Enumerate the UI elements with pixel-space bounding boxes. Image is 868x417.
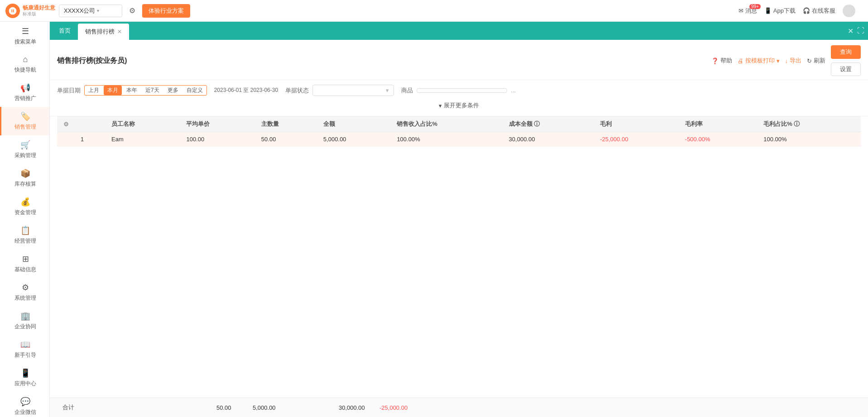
sidebar-label-wechat: 企业微信 — [14, 408, 36, 416]
data-table: ⚙ 员工名称 平均单价 主数量 全额 销售收入占比% 成本全额 ⓘ 毛利 毛利率… — [57, 116, 861, 147]
company-selector[interactable]: XXXXX公司 ▾ — [59, 5, 122, 17]
sidebar-item-search[interactable]: ☰ 搜索菜单 — [0, 22, 49, 50]
sidebar-label-marketing: 营销推广 — [14, 95, 36, 102]
sidebar-item-basic[interactable]: ⊞ 基础信息 — [0, 249, 49, 278]
settings-icon-button[interactable]: ⚙ — [126, 5, 139, 17]
tab-bar-right: ✕ ⛶ — [848, 27, 868, 35]
sidebar-label-purchase: 采购管理 — [14, 152, 36, 159]
settings-button[interactable]: 设置 — [831, 62, 861, 76]
more-filter-icon[interactable]: ... — [511, 87, 516, 94]
date-range-display: 2023-06-01 至 2023-06-30 — [214, 86, 278, 94]
sidebar-label-search: 搜索菜单 — [14, 38, 36, 46]
tab-sales-ranking[interactable]: 销售排行榜 ✕ — [78, 24, 129, 40]
goods-label: 商品 — [401, 86, 413, 95]
online-service-button[interactable]: 🎧 在线客服 — [803, 7, 835, 15]
help-icon: ❓ — [711, 58, 719, 64]
footer-sales-pct — [288, 406, 333, 409]
page-title: 销售排行榜(按业务员) — [57, 56, 127, 66]
sidebar: ☰ 搜索菜单 ⌂ 快捷导航 📢 营销推广 🏷️ 销售管理 🛒 采购管理 📦 库存… — [0, 22, 50, 417]
status-label: 单据状态 — [285, 86, 309, 95]
sidebar-item-operations[interactable]: 📋 经营管理 — [0, 221, 49, 249]
sidebar-item-finance[interactable]: 💰 资金管理 — [0, 192, 49, 221]
col-gross-rate: 毛利率 — [680, 116, 758, 132]
export-button[interactable]: ↓ 导出 — [785, 57, 802, 65]
system-icon: ⚙ — [22, 283, 29, 292]
date-tab-prev-month[interactable]: 上月 — [85, 86, 103, 95]
print-chevron-icon: ▾ — [777, 58, 780, 64]
top-right-area: ✉ 消息 99+ 📱 App下载 🎧 在线客服 — [739, 5, 863, 17]
goods-filter: 商品 ... — [401, 86, 516, 95]
expand-row: ▾ 展开更多条件 — [57, 100, 861, 111]
print-button[interactable]: 🖨 按模板打印 ▾ — [738, 57, 780, 65]
date-tab-more[interactable]: 更多 — [164, 86, 182, 95]
marketing-icon: 📢 — [20, 83, 30, 93]
tab-expand-icon[interactable]: ⛶ — [857, 27, 864, 35]
help-button[interactable]: ❓ 帮助 — [711, 57, 732, 65]
guide-icon: 📖 — [20, 340, 30, 350]
close-icon[interactable]: ✕ — [117, 29, 122, 35]
sales-icon: 🏷️ — [20, 111, 30, 121]
tab-close-all-icon[interactable]: ✕ — [848, 27, 854, 35]
footer-avg-price — [175, 406, 211, 409]
app-icon: 📱 — [764, 7, 772, 14]
tab-home-label: 首页 — [59, 27, 71, 35]
sidebar-item-enterprise[interactable]: 🏢 企业协同 — [0, 307, 49, 335]
goods-select[interactable] — [417, 88, 507, 93]
sidebar-item-quicknav[interactable]: ⌂ 快捷导航 — [0, 50, 49, 78]
headset-icon: 🎧 — [803, 7, 810, 14]
print-icon: 🖨 — [738, 58, 743, 64]
refresh-label: 刷新 — [814, 57, 825, 65]
status-chevron-icon: ▾ — [386, 87, 389, 94]
message-icon: ✉ — [739, 7, 743, 14]
footer-label: 合计 — [57, 402, 175, 413]
message-button[interactable]: ✉ 消息 99+ — [739, 7, 757, 15]
online-label: 在线客服 — [812, 7, 835, 15]
basic-icon: ⊞ — [22, 254, 29, 264]
footer-amount: 5,000.00 — [247, 403, 288, 413]
app-label: App下载 — [773, 7, 796, 15]
page-header: 销售排行榜(按业务员) ❓ 帮助 🖨 按模板打印 ▾ ↓ 导出 — [50, 40, 868, 80]
sidebar-item-sales[interactable]: 🏷️ 销售管理 — [0, 107, 49, 135]
table-header-row: ⚙ 员工名称 平均单价 主数量 全额 销售收入占比% 成本全额 ⓘ 毛利 毛利率… — [57, 116, 861, 132]
main-layout: ☰ 搜索菜单 ⌂ 快捷导航 📢 营销推广 🏷️ 销售管理 🛒 采购管理 📦 库存… — [0, 22, 868, 417]
inventory-icon: 📦 — [20, 168, 30, 178]
sidebar-item-marketing[interactable]: 📢 营销推广 — [0, 78, 49, 107]
app-download-button[interactable]: 📱 App下载 — [764, 7, 796, 15]
col-gross-pct: 毛利占比% ⓘ — [758, 116, 861, 132]
top-bar: 畅康通好生意 标准版 XXXXX公司 ▾ ⚙ 体验行业方案 ✉ 消息 99+ 📱… — [0, 0, 868, 22]
sidebar-item-wechat[interactable]: 💬 企业微信 — [0, 392, 49, 417]
sidebar-label-operations: 经营管理 — [14, 237, 36, 245]
sidebar-item-guide[interactable]: 📖 新手引导 — [0, 335, 49, 364]
refresh-button[interactable]: ↻ 刷新 — [807, 57, 825, 65]
query-button[interactable]: 查询 — [831, 45, 861, 59]
export-label: 导出 — [790, 57, 801, 65]
date-tab-current-year[interactable]: 本年 — [123, 86, 141, 95]
logo-icon — [5, 4, 20, 18]
table-area: ⚙ 员工名称 平均单价 主数量 全额 销售收入占比% 成本全额 ⓘ 毛利 毛利率… — [50, 116, 868, 398]
trial-button[interactable]: 体验行业方案 — [142, 4, 190, 18]
home-icon: ⌂ — [23, 55, 28, 64]
finance-icon: 💰 — [20, 197, 30, 207]
sidebar-item-inventory[interactable]: 📦 库存核算 — [0, 164, 49, 192]
date-tab-custom[interactable]: 自定义 — [183, 86, 206, 95]
col-amount: 全额 — [318, 116, 391, 132]
date-tab-current-month[interactable]: 本月 — [104, 86, 122, 95]
avatar[interactable] — [843, 5, 855, 17]
tab-home[interactable]: 首页 — [52, 22, 78, 40]
footer-main-qty: 50.00 — [211, 403, 247, 413]
expand-button[interactable]: ▾ 展开更多条件 — [439, 101, 479, 110]
col-name: 员工名称 — [106, 116, 181, 132]
logo-area: 畅康通好生意 标准版 — [5, 4, 55, 18]
message-badge: 99+ — [749, 4, 761, 9]
sidebar-label-finance: 资金管理 — [14, 209, 36, 216]
date-tab-7days[interactable]: 近7天 — [142, 86, 163, 95]
footer-gross-profit: -25,000.00 — [374, 403, 415, 413]
sidebar-item-purchase[interactable]: 🛒 采购管理 — [0, 135, 49, 164]
sidebar-item-apps[interactable]: 📱 应用中心 — [0, 364, 49, 392]
sidebar-item-system[interactable]: ⚙ 系统管理 — [0, 278, 49, 307]
status-select[interactable]: ▾ — [312, 85, 394, 96]
col-sales-pct: 销售收入占比% — [391, 116, 503, 132]
col-settings[interactable]: ⚙ — [57, 116, 75, 132]
footer-row: 合计 50.00 5,000.00 30,000.00 -25,000.00 — [57, 402, 861, 413]
filter-row-1: 单据日期 上月 本月 本年 近7天 更多 自定义 2023-06-01 至 20… — [57, 85, 861, 96]
